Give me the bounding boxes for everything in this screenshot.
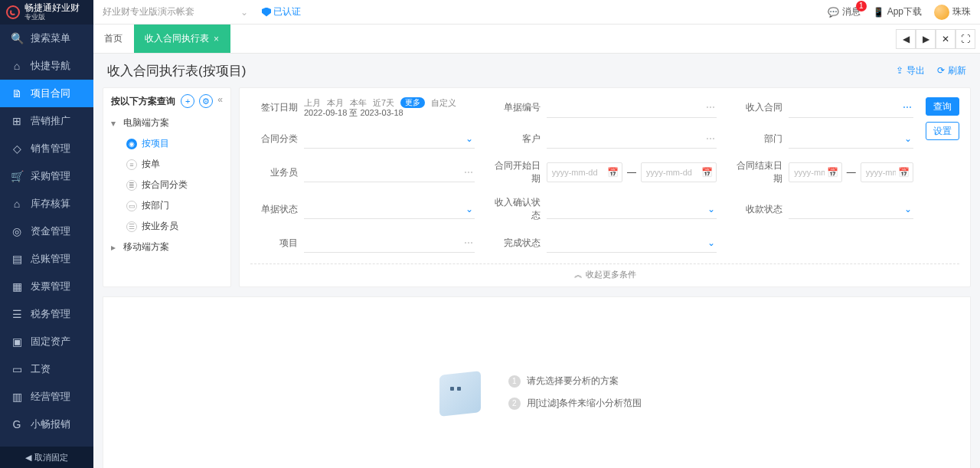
sidebar-item-7[interactable]: ◎资金管理 (0, 218, 93, 245)
quick-last-month[interactable]: 上月 (304, 98, 321, 108)
scheme-item-0-4[interactable]: ☰按业务员 (103, 216, 230, 237)
add-scheme-button[interactable]: + (181, 94, 194, 108)
menu-label: 项目合同 (31, 87, 70, 100)
ellipsis-icon[interactable]: ⋯ (464, 237, 473, 248)
quick-this-year[interactable]: 本年 (350, 98, 367, 108)
app-download-button[interactable]: 📱 App下载 (873, 5, 922, 18)
chevron-down-icon[interactable]: ⌄ (904, 204, 912, 214)
sidebar-item-13[interactable]: ▥经营管理 (0, 383, 93, 411)
chevron-down-icon[interactable]: ⌄ (707, 204, 715, 214)
end-date-to-input[interactable] (866, 168, 896, 177)
chevron-down-icon[interactable]: ⌄ (904, 133, 912, 144)
customer-input[interactable] (547, 133, 717, 144)
sidebar-item-11[interactable]: ▣固定资产 (0, 328, 93, 355)
scheme-item-0-2[interactable]: ≣按合同分类 (103, 175, 230, 195)
pay-status-label: 收款状态 (735, 203, 782, 216)
bill-no-input[interactable] (547, 102, 717, 113)
dept-label: 部门 (735, 133, 782, 146)
sidebar-item-15[interactable]: ▤基础信息 (0, 438, 93, 447)
app-label: App下载 (887, 5, 922, 18)
ellipsis-icon[interactable]: ⋯ (706, 102, 715, 113)
env-selector[interactable]: 好业财专业版演示帐套 ⌄ (103, 5, 248, 18)
sidebar-item-4[interactable]: ◇销售管理 (0, 135, 93, 162)
sidebar-item-1[interactable]: ⌂快捷导航 (0, 52, 93, 80)
filter-panel: 查询 设置 签订日期 上月 本月 本年 近 (239, 87, 971, 287)
calendar-icon[interactable]: 📅 (898, 167, 910, 178)
bill-status-select[interactable] (304, 204, 475, 214)
menu-icon: 🗎 (11, 87, 23, 100)
calendar-icon[interactable]: 📅 (607, 167, 619, 178)
export-button[interactable]: ⇪ 导出 (896, 64, 925, 77)
finish-status-select[interactable] (547, 237, 717, 248)
refresh-icon: ⟳ (937, 65, 945, 76)
income-status-select[interactable] (547, 204, 717, 214)
tab-active[interactable]: 收入合同执行表 × (134, 25, 230, 53)
dept-select[interactable] (789, 133, 913, 144)
user-menu[interactable]: 珠珠 (934, 5, 971, 20)
quick-this-month[interactable]: 本月 (327, 98, 344, 108)
end-date-from-input[interactable] (794, 168, 824, 177)
bill-no-label: 单据编号 (493, 101, 541, 114)
start-date-from-input[interactable] (552, 168, 605, 177)
fullscreen-button[interactable]: ⛶ (956, 29, 975, 49)
dash-separator: — (627, 167, 636, 178)
phone-icon: 📱 (873, 7, 884, 18)
sidebar-item-8[interactable]: ▤总账管理 (0, 245, 93, 273)
chevron-down-icon[interactable]: ⌄ (707, 237, 715, 248)
sidebar-item-6[interactable]: ⌂库存核算 (0, 190, 93, 218)
chevron-down-icon[interactable]: ⌄ (466, 133, 473, 144)
menu-icon: ▥ (11, 391, 23, 403)
tab-prev-button[interactable]: ◀ (896, 29, 916, 49)
tab-home[interactable]: 首页 (93, 25, 134, 53)
sidebar-item-5[interactable]: 🛒采购管理 (0, 162, 93, 190)
pay-status-select[interactable] (789, 204, 913, 214)
menu-icon: ☰ (11, 308, 23, 320)
calendar-icon[interactable]: 📅 (827, 167, 838, 178)
sidebar-item-14[interactable]: G小畅报销 (0, 411, 93, 438)
quick-more-pill[interactable]: 更多 (400, 97, 425, 108)
tab-next-button[interactable]: ▶ (916, 29, 936, 49)
sidebar-item-0[interactable]: 🔍搜索菜单 (0, 25, 93, 52)
sidebar-item-12[interactable]: ▭工资 (0, 355, 93, 383)
scheme-item-0-1[interactable]: ≡按单 (103, 154, 230, 175)
chevron-down-icon[interactable]: ⌄ (466, 204, 473, 214)
contract-cat-select[interactable] (304, 133, 475, 144)
unpin-button[interactable]: ◀ 取消固定 (0, 447, 93, 468)
sidebar-item-9[interactable]: ▦发票管理 (0, 273, 93, 300)
sidebar-item-3[interactable]: ⊞营销推广 (0, 107, 93, 135)
field-customer: 客户 ⋯ (493, 129, 717, 149)
tab-close-all-button[interactable]: ✕ (936, 29, 956, 49)
contract-cat-label: 合同分类 (250, 133, 298, 146)
messages-button[interactable]: 💬 消息 1 (828, 5, 861, 18)
calendar-icon[interactable]: 📅 (701, 167, 713, 178)
ellipsis-icon[interactable]: ⋯ (706, 133, 715, 144)
settings-button[interactable]: 设置 (926, 122, 959, 140)
menu-label: 营销推广 (31, 114, 70, 128)
query-button[interactable]: 查询 (926, 97, 959, 116)
collapse-scheme-icon[interactable]: « (217, 94, 223, 108)
scheme-settings-button[interactable]: ⚙ (199, 94, 213, 108)
scheme-group-1[interactable]: ▸移动端方案 (103, 237, 230, 257)
dash-separator: — (847, 167, 856, 178)
collapse-more-button[interactable]: ︽ 收起更多条件 (250, 263, 959, 286)
menu-icon: ⌂ (11, 60, 23, 72)
contract-input[interactable] (789, 102, 913, 113)
ellipsis-icon[interactable]: ⋯ (903, 102, 912, 113)
menu-icon: ▭ (11, 363, 23, 375)
messages-badge: 1 (856, 1, 867, 11)
project-input[interactable] (304, 237, 475, 248)
start-date-to-input[interactable] (646, 168, 699, 177)
scheme-item-0-0[interactable]: ◉按项目 (103, 133, 230, 154)
quick-7days[interactable]: 近7天 (373, 98, 394, 108)
close-icon[interactable]: × (214, 34, 219, 44)
scheme-group-0[interactable]: ▾电脑端方案 (103, 113, 230, 133)
scheme-item-0-3[interactable]: ▭按部门 (103, 195, 230, 216)
sidebar-item-2[interactable]: 🗎项目合同 (0, 80, 93, 107)
sidebar-item-10[interactable]: ☰税务管理 (0, 300, 93, 328)
quick-custom[interactable]: 自定义 (431, 98, 456, 108)
refresh-button[interactable]: ⟳ 刷新 (937, 64, 966, 77)
ellipsis-icon[interactable]: ⋯ (464, 167, 473, 178)
sign-date-label: 签订日期 (250, 101, 298, 114)
sales-input[interactable] (304, 167, 475, 178)
scheme-item-label: 按部门 (142, 199, 169, 212)
